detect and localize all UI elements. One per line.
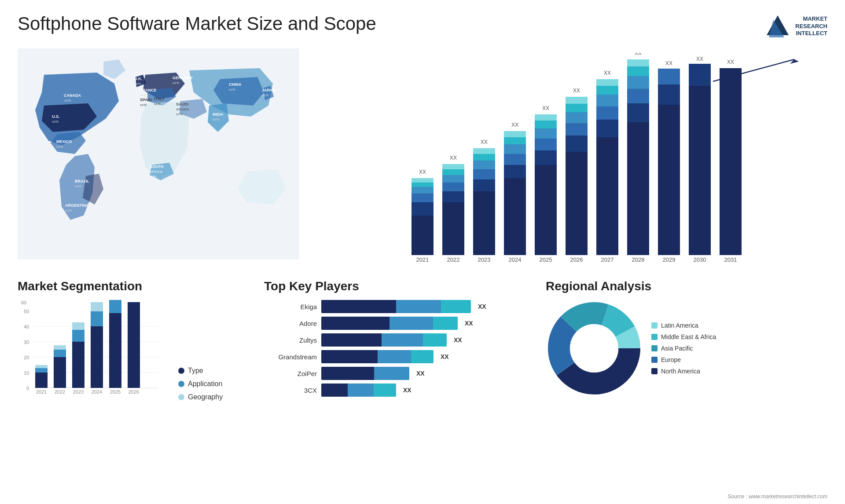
svg-rect-41 bbox=[411, 183, 434, 187]
player-bar-grandstream: XX bbox=[321, 350, 449, 363]
svg-rect-125 bbox=[35, 373, 48, 388]
svg-line-35 bbox=[713, 59, 794, 81]
svg-rect-94 bbox=[658, 84, 680, 105]
svg-rect-39 bbox=[411, 194, 434, 202]
player-row-zoiper: ZoiPer XX bbox=[264, 367, 537, 380]
svg-text:xx%: xx% bbox=[262, 93, 268, 97]
map-section: CANADA xx% U.S. xx% MEXICO xx% BRAZIL xx… bbox=[18, 48, 299, 273]
svg-rect-75 bbox=[566, 112, 588, 123]
svg-rect-70 bbox=[535, 114, 557, 121]
svg-rect-40 bbox=[411, 187, 434, 194]
svg-rect-129 bbox=[54, 357, 66, 388]
svg-text:XX: XX bbox=[635, 53, 642, 56]
world-map-svg: CANADA xx% U.S. xx% MEXICO xx% BRAZIL xx… bbox=[18, 48, 299, 259]
svg-rect-60 bbox=[504, 154, 526, 165]
legend-type: Type bbox=[178, 367, 223, 375]
legend-application-dot bbox=[178, 381, 184, 387]
logo-icon bbox=[764, 13, 791, 40]
svg-text:2025: 2025 bbox=[540, 256, 552, 263]
svg-text:U.K.: U.K. bbox=[134, 77, 142, 81]
svg-text:XX: XX bbox=[481, 139, 488, 145]
svg-rect-55 bbox=[473, 154, 495, 161]
svg-rect-131 bbox=[54, 345, 66, 350]
segmentation-section: Market Segmentation 0 10 20 30 40 50 60 bbox=[18, 279, 255, 401]
svg-text:FRANCE: FRANCE bbox=[140, 88, 157, 92]
source-text: Source : www.marketresearchintellect.com bbox=[727, 493, 827, 500]
svg-text:xx%: xx% bbox=[173, 81, 179, 85]
logo-text: MARKET RESEARCH INTELLECT bbox=[795, 15, 827, 38]
svg-rect-77 bbox=[566, 97, 588, 104]
player-row-adore: Adore XX bbox=[264, 317, 537, 330]
legend-latin-america-dot bbox=[651, 322, 658, 329]
svg-rect-89 bbox=[627, 76, 649, 89]
player-bar-ekiga: XX bbox=[321, 300, 486, 313]
player-row-ekiga: Ekiga XX bbox=[264, 300, 537, 313]
svg-text:XX: XX bbox=[696, 56, 703, 62]
svg-text:ARABIA: ARABIA bbox=[176, 107, 189, 111]
svg-rect-95 bbox=[658, 69, 680, 84]
svg-text:xx%: xx% bbox=[65, 208, 72, 212]
legend-asia-pacific: Asia Pacific bbox=[651, 345, 716, 352]
growth-chart-section: XX XX XX bbox=[308, 48, 827, 273]
svg-rect-45 bbox=[442, 191, 464, 202]
svg-text:xx%: xx% bbox=[176, 112, 183, 116]
svg-text:XX: XX bbox=[450, 155, 457, 161]
svg-text:2021: 2021 bbox=[36, 389, 47, 394]
svg-text:xx%: xx% bbox=[75, 184, 81, 188]
svg-rect-44 bbox=[442, 202, 464, 255]
svg-rect-133 bbox=[72, 342, 84, 388]
svg-text:xx%: xx% bbox=[56, 145, 63, 149]
svg-text:2025: 2025 bbox=[110, 389, 121, 394]
regional-section: Regional Analysis bbox=[546, 279, 827, 401]
svg-rect-82 bbox=[596, 95, 618, 106]
svg-text:40: 40 bbox=[24, 324, 29, 329]
svg-rect-81 bbox=[596, 106, 618, 120]
svg-text:2024: 2024 bbox=[92, 389, 102, 394]
page-title: Softphone Software Market Size and Scope bbox=[18, 13, 376, 34]
svg-rect-72 bbox=[566, 152, 588, 255]
svg-rect-90 bbox=[627, 66, 649, 76]
svg-rect-73 bbox=[566, 135, 588, 152]
svg-text:60: 60 bbox=[21, 300, 26, 305]
svg-rect-98 bbox=[689, 64, 711, 86]
svg-text:INDIA: INDIA bbox=[213, 112, 224, 117]
growth-arrow-svg bbox=[713, 57, 801, 84]
svg-text:ITALY: ITALY bbox=[154, 97, 165, 101]
logo: MARKET RESEARCH INTELLECT bbox=[764, 13, 827, 40]
svg-text:2026: 2026 bbox=[570, 256, 583, 263]
player-bar-adore: XX bbox=[321, 317, 473, 330]
svg-text:xx%: xx% bbox=[140, 103, 147, 107]
svg-text:JAPAN: JAPAN bbox=[262, 88, 275, 92]
regional-title: Regional Analysis bbox=[546, 279, 827, 293]
svg-text:U.S.: U.S. bbox=[52, 114, 60, 119]
svg-rect-37 bbox=[411, 215, 434, 255]
svg-text:XX: XX bbox=[604, 70, 611, 76]
player-row-zultys: Zultys XX bbox=[264, 333, 537, 347]
svg-rect-139 bbox=[91, 302, 103, 311]
svg-rect-38 bbox=[411, 202, 434, 215]
player-bar-zultys: XX bbox=[321, 333, 462, 347]
svg-text:2030: 2030 bbox=[694, 256, 706, 263]
svg-text:XX: XX bbox=[542, 105, 549, 111]
player-name-adore: Adore bbox=[264, 320, 317, 327]
svg-text:CANADA: CANADA bbox=[64, 93, 81, 98]
svg-rect-48 bbox=[442, 169, 464, 175]
svg-text:2021: 2021 bbox=[416, 256, 429, 263]
player-bar-zoiper: XX bbox=[321, 367, 425, 380]
svg-text:SAUDI: SAUDI bbox=[176, 102, 188, 106]
svg-rect-67 bbox=[535, 139, 557, 150]
player-row-3cx: 3CX XX bbox=[264, 383, 537, 397]
svg-rect-42 bbox=[411, 178, 434, 183]
player-name-3cx: 3CX bbox=[264, 387, 317, 394]
svg-text:2024: 2024 bbox=[509, 256, 522, 263]
donut-chart-svg bbox=[546, 300, 643, 397]
svg-text:SOUTH: SOUTH bbox=[150, 164, 164, 169]
svg-text:2029: 2029 bbox=[663, 256, 676, 263]
svg-text:2028: 2028 bbox=[632, 256, 645, 263]
svg-rect-138 bbox=[91, 311, 103, 326]
player-name-grandstream: Grandstream bbox=[264, 353, 317, 361]
svg-point-151 bbox=[570, 324, 618, 373]
bar-chart-svg: XX XX XX bbox=[317, 53, 827, 264]
svg-rect-58 bbox=[504, 178, 526, 255]
player-row-grandstream: Grandstream XX bbox=[264, 350, 537, 363]
